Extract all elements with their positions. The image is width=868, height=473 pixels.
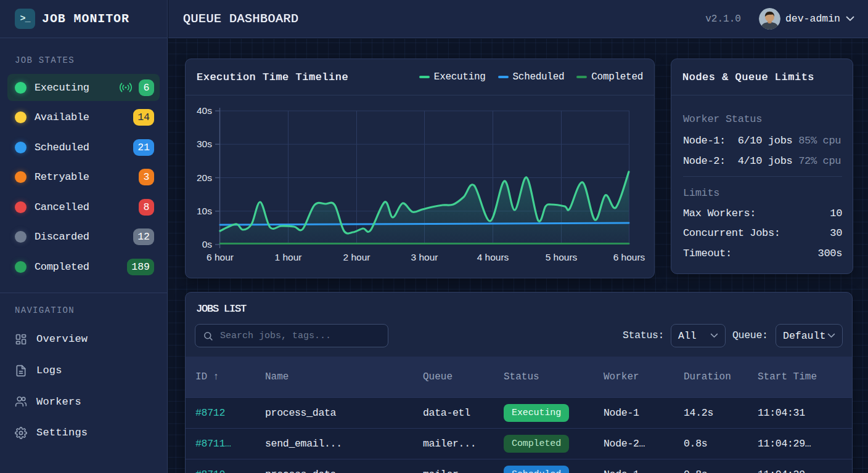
svg-text:3 hour: 3 hour [411, 252, 438, 262]
svg-text:30s: 30s [197, 139, 212, 149]
svg-text:1 hour: 1 hour [275, 252, 302, 262]
svg-text:6 hours: 6 hours [613, 252, 645, 262]
svg-text:2 hour: 2 hour [343, 252, 371, 262]
svg-text:6 hour: 6 hour [207, 252, 234, 262]
svg-text:5 hours: 5 hours [546, 252, 578, 262]
svg-text:20s: 20s [197, 172, 212, 183]
svg-text:10s: 10s [197, 206, 212, 216]
svg-text:0s: 0s [202, 239, 213, 249]
svg-text:4 hours: 4 hours [477, 252, 509, 262]
svg-text:40s: 40s [197, 105, 212, 116]
